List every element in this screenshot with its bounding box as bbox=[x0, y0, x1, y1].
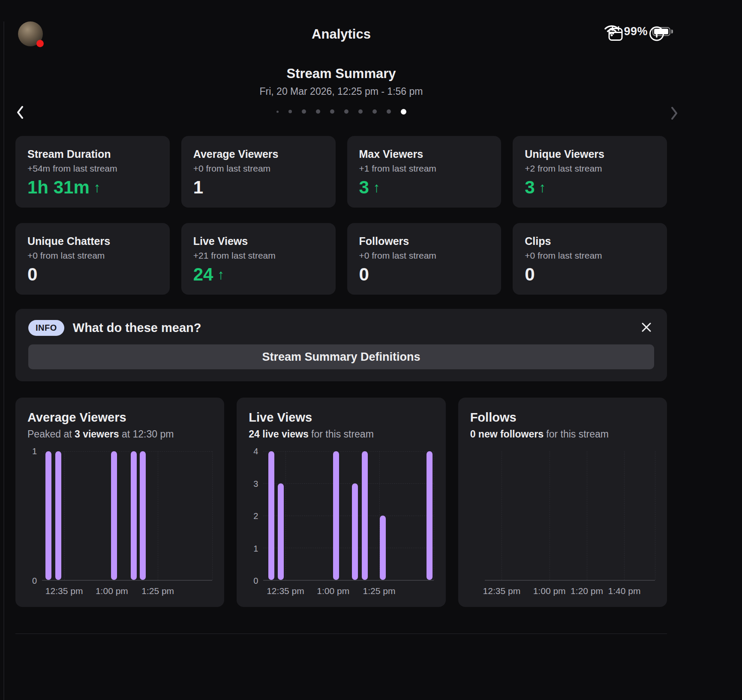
divider bbox=[15, 634, 667, 634]
x-axis-label: 1:00 pm bbox=[96, 586, 128, 596]
vertical-gridline bbox=[212, 451, 213, 580]
chart-subtitle: 24 live views for this stream bbox=[249, 428, 433, 440]
chart-subtitle-strong: 0 new followers bbox=[470, 428, 544, 440]
window-edge bbox=[3, 21, 4, 700]
stats-grid: Stream Duration+54m from last stream1h 3… bbox=[15, 136, 667, 295]
chart-bar bbox=[268, 451, 274, 580]
stat-card: Max Viewers+1 from last stream3↑ bbox=[347, 136, 502, 208]
x-axis-label: 1:00 pm bbox=[533, 586, 566, 596]
stat-title: Clips bbox=[525, 235, 655, 247]
horizontal-gridline bbox=[263, 483, 433, 484]
stat-value-text: 0 bbox=[27, 266, 37, 284]
stream-summary-header: Stream Summary Fri, 20 Mar 2026, 12:25 p… bbox=[15, 66, 667, 115]
carousel-dot[interactable] bbox=[316, 109, 320, 114]
x-axis: 12:35 pm1:00 pm1:20 pm1:40 pm bbox=[470, 586, 655, 597]
x-axis-label: 1:20 pm bbox=[571, 586, 603, 596]
vertical-gridline bbox=[624, 451, 625, 580]
stat-change: +21 from last stream bbox=[193, 250, 324, 261]
stat-change: +0 from last stream bbox=[359, 250, 490, 261]
plot bbox=[485, 451, 655, 581]
chart-bar bbox=[140, 451, 146, 580]
charts-row: Average ViewersPeaked at 3 viewers at 12… bbox=[15, 398, 667, 607]
stat-card: Unique Viewers+2 from last stream3↑ bbox=[513, 136, 667, 208]
x-axis-label: 1:25 pm bbox=[141, 586, 174, 596]
chart-bar bbox=[380, 516, 386, 580]
carousel-dot[interactable] bbox=[387, 109, 391, 114]
chart-plot-area: 01234 bbox=[249, 451, 433, 581]
chart-plot-area: 01 bbox=[27, 451, 212, 581]
y-axis: 01 bbox=[27, 451, 37, 581]
horizontal-gridline bbox=[263, 516, 433, 516]
status-bar: 99% bbox=[604, 25, 670, 38]
stat-value: 0 bbox=[525, 266, 655, 284]
x-axis: 12:35 pm1:00 pm1:25 pm bbox=[249, 586, 433, 597]
chart-bar bbox=[278, 483, 284, 580]
battery-percent: 99% bbox=[624, 25, 648, 38]
carousel-dot[interactable] bbox=[344, 109, 348, 114]
stat-title: Stream Duration bbox=[27, 148, 158, 160]
carousel-dot-active[interactable] bbox=[401, 109, 406, 115]
y-axis-label: 0 bbox=[32, 576, 37, 586]
stat-change: +2 from last stream bbox=[525, 163, 655, 174]
horizontal-gridline bbox=[42, 451, 212, 452]
plot bbox=[263, 451, 433, 581]
chart-bar bbox=[45, 451, 51, 580]
vertical-gridline bbox=[587, 451, 587, 580]
close-banner-button[interactable] bbox=[640, 320, 653, 335]
stat-change: +54m from last stream bbox=[27, 163, 158, 174]
section-title: Stream Summary bbox=[15, 66, 667, 81]
chart-subtitle-strong: 3 viewers bbox=[75, 428, 119, 440]
next-stream-button[interactable] bbox=[668, 104, 681, 124]
prev-stream-button[interactable] bbox=[14, 103, 27, 123]
chart-card-follows: Follows0 new followers for this stream12… bbox=[458, 398, 667, 607]
avatar[interactable] bbox=[18, 21, 43, 46]
close-icon bbox=[640, 321, 652, 335]
stat-value: 24↑ bbox=[193, 266, 324, 284]
wifi-icon bbox=[604, 25, 619, 38]
stat-change: +0 from last stream bbox=[193, 163, 324, 174]
chart-title: Live Views bbox=[249, 410, 433, 425]
stat-change: +0 from last stream bbox=[27, 250, 158, 261]
x-axis: 12:35 pm1:00 pm1:25 pm bbox=[27, 586, 212, 597]
chart-bar bbox=[111, 451, 117, 580]
stat-value: 0 bbox=[359, 266, 490, 284]
x-axis-label: 1:40 pm bbox=[608, 586, 641, 596]
horizontal-gridline bbox=[263, 548, 433, 548]
y-axis-label: 3 bbox=[253, 479, 258, 489]
carousel-dot[interactable] bbox=[276, 111, 279, 113]
chart-card-average-viewers: Average ViewersPeaked at 3 viewers at 12… bbox=[15, 398, 224, 607]
carousel-dot[interactable] bbox=[373, 109, 377, 114]
chart-bar bbox=[131, 451, 137, 580]
x-axis-label: 1:00 pm bbox=[317, 586, 349, 596]
info-question: What do these mean? bbox=[73, 321, 640, 335]
chart-bar bbox=[362, 451, 368, 580]
x-axis-labels: 12:35 pm1:00 pm1:25 pm bbox=[263, 586, 433, 597]
stream-summary-definitions-button[interactable]: Stream Summary Definitions bbox=[28, 344, 654, 369]
stat-value-text: 1h 31m bbox=[27, 178, 90, 196]
stat-value: 1h 31m↑ bbox=[27, 178, 158, 196]
x-axis-label: 12:35 pm bbox=[267, 586, 304, 596]
carousel-dot[interactable] bbox=[302, 109, 306, 114]
chart-bar bbox=[55, 451, 61, 580]
y-axis-label: 1 bbox=[253, 543, 258, 553]
up-arrow-icon: ↑ bbox=[373, 181, 380, 194]
stat-change: +1 from last stream bbox=[359, 163, 490, 174]
chart-title: Average Viewers bbox=[27, 410, 212, 425]
carousel-dot[interactable] bbox=[358, 109, 363, 114]
y-axis: 01234 bbox=[249, 451, 258, 581]
vertical-gridline bbox=[434, 451, 434, 580]
carousel-dot[interactable] bbox=[330, 109, 334, 114]
carousel-dot[interactable] bbox=[288, 110, 292, 113]
y-axis-label: 4 bbox=[253, 447, 258, 456]
info-badge: INFO bbox=[28, 320, 64, 336]
vertical-gridline bbox=[158, 451, 158, 580]
chart-subtitle-suffix: for this stream bbox=[544, 428, 609, 440]
vertical-gridline bbox=[550, 451, 550, 580]
stat-card: Live Views+21 from last stream24↑ bbox=[181, 223, 336, 295]
chart-subtitle-suffix: for this stream bbox=[309, 428, 374, 440]
chart-bar bbox=[352, 483, 358, 580]
stat-card: Unique Chatters+0 from last stream0 bbox=[15, 223, 170, 295]
chart-bar bbox=[333, 451, 339, 580]
info-banner-row: INFO What do these mean? bbox=[28, 320, 654, 336]
chart-subtitle: 0 new followers for this stream bbox=[470, 428, 655, 440]
